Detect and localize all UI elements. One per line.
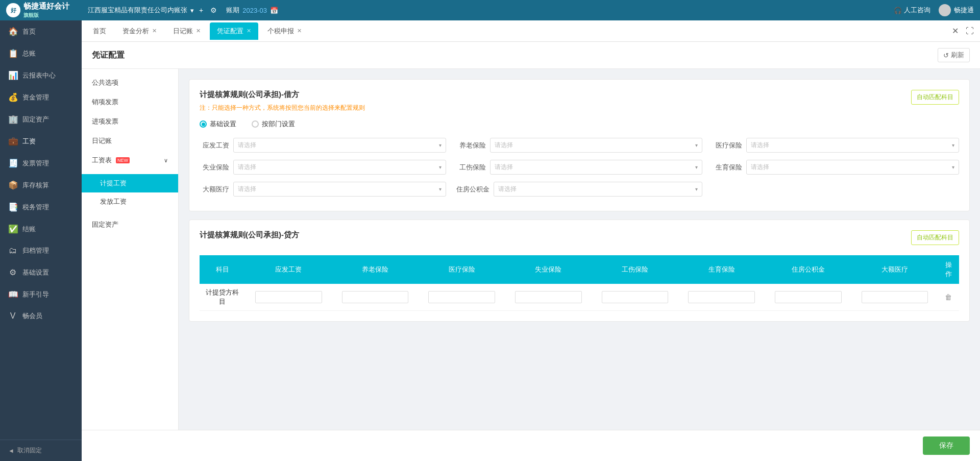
input-medical[interactable] [428,291,495,303]
top-right: 🎧 人工咨询 畅捷通 [894,4,974,16]
sidebar-label-member: 畅会员 [22,311,42,321]
select-pension-placeholder: 请选择 [495,141,513,150]
sidebar-item-salary[interactable]: 💼 工资 [0,130,82,152]
select-injury-arrow: ▾ [695,164,698,170]
nav-accrual-label: 计提工资 [100,179,127,187]
td-housing-input[interactable] [765,284,851,311]
consult-area[interactable]: 🎧 人工咨询 [894,6,930,15]
member-icon: V [8,311,17,321]
select-maternity[interactable]: 请选择 ▾ [746,160,959,175]
radio-group: 基础设置 按部门设置 [200,119,959,129]
select-salary[interactable]: 请选择 ▾ [233,138,446,153]
select-maternity-placeholder: 请选择 [751,163,769,172]
sidebar-label-assets: 固定资产 [22,115,49,124]
sidebar-item-close[interactable]: ✅ 结账 [0,218,82,240]
nav-salary-table[interactable]: 工资表 NEW ∨ [82,151,178,170]
input-maternity[interactable] [688,291,755,303]
nav-accrual-salary[interactable]: 计提工资 [82,174,178,192]
sidebar-item-basic[interactable]: ⚙ 基础设置 [0,261,82,283]
select-large-medical-placeholder: 请选择 [238,185,256,193]
inventory-icon: 📦 [8,180,17,190]
tab-expand-button[interactable]: ⛶ [964,25,976,37]
input-large-medical[interactable] [862,291,928,303]
tab-funds[interactable]: 资金分析 ✕ [115,22,164,40]
sidebar-label-basic: 基础设置 [22,268,49,277]
sidebar-item-invoice[interactable]: 🧾 发票管理 [0,152,82,174]
select-housing[interactable]: 请选择 ▾ [494,182,703,197]
select-large-medical[interactable]: 请选择 ▾ [233,182,446,197]
tab-voucher-close[interactable]: ✕ [247,28,251,34]
select-unemployment-arrow: ▾ [439,164,442,170]
debit-auto-match-button[interactable]: 自动匹配科目 [911,90,959,105]
credit-title: 计提核算规则(公司承担)-贷方 [200,230,299,240]
nav-fixed-assets[interactable]: 固定资产 [82,215,178,234]
delete-icon[interactable]: 🗑 [945,293,952,301]
nav-purchase-label: 进项发票 [92,117,118,126]
tab-tax[interactable]: 个税申报 ✕ [260,22,309,40]
input-injury[interactable] [602,291,669,303]
input-housing[interactable] [775,291,842,303]
calendar-icon[interactable]: 📅 [270,7,278,14]
select-injury[interactable]: 请选择 ▾ [490,160,703,175]
label-salary: 应发工资 [200,141,229,150]
sidebar-item-tax[interactable]: 📑 税务管理 [0,196,82,218]
th-maternity: 生育保险 [678,255,765,284]
td-unemployment-input[interactable] [505,284,592,311]
cancel-fixed-button[interactable]: ◄ 取消固定 [0,440,82,461]
nav-sales-invoice[interactable]: 销项发票 [82,92,178,112]
sidebar-item-assets[interactable]: 🏢 固定资产 [0,108,82,130]
th-unemployment: 失业保险 [505,255,592,284]
td-injury-input[interactable] [592,284,678,311]
sidebar-item-funds[interactable]: 💰 资金管理 [0,86,82,108]
radio-basic[interactable]: 基础设置 [200,119,236,129]
tab-close-button[interactable]: ✕ [950,25,961,37]
select-unemployment[interactable]: 请选择 ▾ [233,160,446,175]
tab-voucher[interactable]: 凭证配置 ✕ [210,22,258,40]
add-button[interactable]: + [197,5,205,15]
select-pension[interactable]: 请选择 ▾ [490,138,703,153]
select-injury-placeholder: 请选择 [495,163,513,172]
refresh-button[interactable]: ↺ 刷新 [938,48,970,62]
tab-tax-close[interactable]: ✕ [297,28,302,34]
settings-button[interactable]: ⚙ [208,5,219,15]
refresh-icon: ↺ [943,52,949,59]
sidebar-label-ledger: 总账 [22,49,36,58]
select-salary-placeholder: 请选择 [238,141,256,150]
tab-journal-close[interactable]: ✕ [196,28,201,34]
sidebar-item-archive[interactable]: 🗂 归档管理 [0,240,82,261]
assets-icon: 🏢 [8,114,17,124]
credit-auto-match-button[interactable]: 自动匹配科目 [911,230,959,245]
sidebar-item-home[interactable]: 🏠 首页 [0,20,82,42]
sidebar-item-member[interactable]: V 畅会员 [0,305,82,327]
sidebar-item-ledger[interactable]: 📋 总账 [0,42,82,64]
sidebar-item-inventory[interactable]: 📦 库存核算 [0,174,82,196]
input-pension[interactable] [342,291,409,303]
sidebar-item-reports[interactable]: 📊 云报表中心 [0,64,82,86]
cancel-fixed-label: 取消固定 [17,446,42,455]
tab-funds-close[interactable]: ✕ [152,28,157,34]
td-large-medical-input[interactable] [851,284,938,311]
nav-public[interactable]: 公共选项 [82,73,178,92]
radio-department[interactable]: 按部门设置 [252,119,295,129]
nav-purchase-invoice[interactable]: 进项发票 [82,112,178,131]
th-large-medical: 大额医疗 [851,255,938,284]
select-medical[interactable]: 请选择 ▾ [746,138,959,153]
td-medical-input[interactable] [419,284,505,311]
td-pension-input[interactable] [332,284,419,311]
tab-journal[interactable]: 日记账 ✕ [166,22,208,40]
td-delete[interactable]: 🗑 [938,284,959,311]
sidebar-item-guide[interactable]: 📖 新手引导 [0,283,82,305]
td-maternity-input[interactable] [678,284,765,311]
nav-journal[interactable]: 日记账 [82,131,178,151]
company-dropdown-icon[interactable]: ▾ [190,7,194,14]
nav-journal-label: 日记账 [92,136,112,145]
tab-home[interactable]: 首页 [86,22,113,40]
input-unemployment[interactable] [515,291,582,303]
input-salary[interactable] [255,291,322,303]
credit-table: 科目 应发工资 养老保险 医疗保险 失业保险 工伤保险 生育保险 住房公积金 大… [200,255,959,311]
save-button[interactable]: 保存 [923,436,970,455]
td-salary-input[interactable] [246,284,332,311]
nav-pay-salary[interactable]: 发放工资 [82,192,178,211]
form-item-salary: 应发工资 请选择 ▾ [200,138,446,153]
new-badge: NEW [116,157,130,163]
